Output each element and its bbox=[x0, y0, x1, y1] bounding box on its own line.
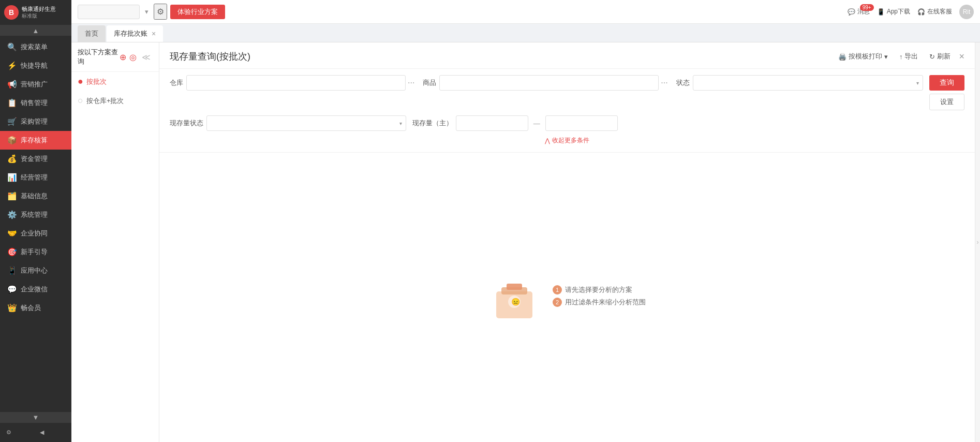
online-service-button[interactable]: 🎧 在线客服 bbox=[917, 7, 952, 16]
sidebar-item-appstore[interactable]: 📱 应用中心 bbox=[0, 261, 71, 280]
sidebar-item-label: 搜索菜单 bbox=[21, 42, 48, 52]
hint-number-2: 2 bbox=[553, 298, 562, 307]
warehouse-dots-button[interactable]: ··· bbox=[406, 78, 417, 87]
close-page-button[interactable]: × bbox=[959, 51, 964, 62]
app-title: 畅康通好生意 bbox=[22, 5, 56, 12]
sidebar-item-finance[interactable]: 💰 资金管理 bbox=[0, 150, 71, 168]
status-filter-label: 状态 bbox=[676, 78, 690, 87]
settings-button[interactable]: 设置 bbox=[929, 94, 964, 110]
sidebar-item-marketing[interactable]: 📢 营销推广 bbox=[0, 75, 71, 94]
scheme-item-by-warehouse-batch[interactable]: ○ 按仓库+批次 bbox=[71, 91, 159, 110]
messages-button[interactable]: 💬 消息 99+ bbox=[848, 7, 870, 16]
sidebar-item-member[interactable]: 👑 畅会员 bbox=[0, 299, 71, 317]
sidebar-item-search[interactable]: 🔍 搜索菜单 bbox=[0, 38, 71, 56]
refresh-button[interactable]: ↻ 刷新 bbox=[926, 50, 954, 63]
svg-rect-2 bbox=[507, 284, 522, 290]
app-download-button[interactable]: 📱 App下载 bbox=[877, 7, 910, 16]
print-chevron-icon: ▾ bbox=[884, 53, 888, 61]
sidebar: B 畅康通好生意 标准版 ▲ 🔍 搜索菜单 ⚡ 快捷导航 📢 营销推广 📋 销售 bbox=[0, 0, 71, 442]
left-panel-actions: ⊕ ◎ ≪ bbox=[120, 50, 153, 64]
messages-badge: 99+ bbox=[860, 4, 874, 11]
sidebar-item-label: 销售管理 bbox=[21, 98, 48, 108]
product-dots-button[interactable]: ··· bbox=[659, 78, 670, 87]
inventory-status-label: 现存量状态 bbox=[170, 119, 203, 128]
side-collapse-handle[interactable]: › bbox=[975, 42, 980, 442]
sidebar-item-label: 企业协同 bbox=[21, 229, 48, 238]
collapse-filter-button[interactable]: ⋀ 收起更多条件 bbox=[544, 135, 590, 146]
refresh-label: 刷新 bbox=[937, 52, 951, 61]
empty-svg: 😑 bbox=[488, 272, 540, 323]
sidebar-settings-button[interactable]: ⚙ bbox=[4, 427, 34, 438]
filter-area: 仓库 ··· 商品 ··· bbox=[159, 69, 975, 153]
message-icon: 💬 bbox=[848, 8, 855, 16]
settings-icon: ⚙ bbox=[6, 429, 11, 436]
tab-inventory-batch[interactable]: 库存批次账 × bbox=[107, 25, 163, 42]
sidebar-item-basic[interactable]: 🗂️ 基础信息 bbox=[0, 187, 71, 205]
enterprise-icon: 🤝 bbox=[7, 229, 17, 238]
side-collapse-icon: › bbox=[977, 239, 979, 246]
topbar-right: 💬 消息 99+ 📱 App下载 🎧 在线客服 Rit bbox=[848, 5, 974, 19]
gear-icon: ⚙ bbox=[157, 7, 164, 16]
topbar-search-input[interactable] bbox=[78, 5, 140, 19]
inventory-amount-max-input[interactable] bbox=[545, 115, 618, 131]
quick-nav-icon: ⚡ bbox=[7, 61, 17, 70]
product-filter-label: 商品 bbox=[423, 78, 436, 87]
trial-button[interactable]: 体验行业方案 bbox=[170, 5, 225, 19]
sidebar-item-inventory[interactable]: 📦 库存核算 bbox=[0, 131, 71, 150]
topbar-settings-button[interactable]: ⚙ bbox=[154, 4, 167, 20]
export-button[interactable]: ↑ 导出 bbox=[896, 50, 922, 63]
warehouse-filter-label: 仓库 bbox=[170, 78, 183, 87]
basic-icon: 🗂️ bbox=[7, 191, 17, 201]
scheme-label: 按仓库+批次 bbox=[86, 96, 124, 106]
collapse-filter-label: 收起更多条件 bbox=[552, 136, 589, 145]
left-panel-title: 按以下方案查询 bbox=[78, 48, 120, 66]
marketing-icon: 📢 bbox=[7, 80, 17, 89]
empty-hints: 1 请先选择要分析的方案 2 用过滤条件来缩小分析范围 bbox=[553, 285, 646, 310]
status-filter-select[interactable] bbox=[693, 75, 923, 91]
sidebar-item-label: 库存核算 bbox=[21, 136, 48, 145]
sidebar-item-purchase[interactable]: 🛒 采购管理 bbox=[0, 112, 71, 131]
query-button[interactable]: 查询 bbox=[929, 75, 964, 91]
sidebar-item-operations[interactable]: 📊 经营管理 bbox=[0, 168, 71, 187]
tab-home[interactable]: 首页 bbox=[78, 25, 106, 42]
sidebar-item-label: 营销推广 bbox=[21, 80, 48, 89]
inventory-icon: 📦 bbox=[7, 136, 17, 145]
user-avatar[interactable]: Rit bbox=[959, 5, 974, 19]
scheme-item-by-batch[interactable]: ● 按批次 bbox=[71, 72, 159, 91]
sidebar-collapse-button[interactable]: ◀ bbox=[38, 427, 67, 438]
print-button[interactable]: 🖨️ 按模板打印 ▾ bbox=[835, 50, 891, 63]
app-logo: B bbox=[4, 5, 19, 20]
scheme-active-icon: ● bbox=[78, 76, 83, 87]
panel-collapse-button[interactable]: ≪ bbox=[140, 50, 153, 64]
sidebar-item-label: 畅会员 bbox=[21, 303, 41, 313]
sales-icon: 📋 bbox=[7, 98, 17, 108]
sidebar-scroll-up[interactable]: ▲ bbox=[0, 25, 71, 36]
left-panel-items: ● 按批次 ○ 按仓库+批次 bbox=[71, 72, 159, 442]
inventory-status-select[interactable] bbox=[206, 115, 406, 131]
add-scheme-button[interactable]: ⊕ bbox=[120, 50, 126, 64]
inventory-amount-min-input[interactable] bbox=[456, 115, 528, 131]
page-header: 现存量查询(按批次) 🖨️ 按模板打印 ▾ ↑ 导出 ↻ bbox=[159, 42, 975, 69]
sidebar-item-enterprise[interactable]: 🤝 企业协同 bbox=[0, 224, 71, 243]
sidebar-scroll-down[interactable]: ▼ bbox=[0, 412, 71, 422]
wechat-icon: 💬 bbox=[7, 285, 17, 294]
sidebar-item-sales[interactable]: 📋 销售管理 bbox=[0, 94, 71, 112]
topbar-chevron-icon[interactable]: ▾ bbox=[143, 8, 151, 16]
topbar: ▾ ⚙ 体验行业方案 💬 消息 99+ 📱 App下载 🎧 在线 bbox=[71, 0, 980, 24]
scheme-settings-button[interactable]: ◎ bbox=[129, 50, 137, 64]
sidebar-item-label: 资金管理 bbox=[21, 154, 48, 164]
search-icon: 🔍 bbox=[7, 42, 17, 52]
tab-close-icon[interactable]: × bbox=[152, 30, 156, 38]
sidebar-item-label: 应用中心 bbox=[21, 266, 48, 275]
warehouse-filter-input[interactable] bbox=[186, 75, 406, 91]
empty-illustration: 😑 bbox=[488, 272, 540, 323]
right-content: 现存量查询(按批次) 🖨️ 按模板打印 ▾ ↑ 导出 ↻ bbox=[159, 42, 975, 442]
sidebar-item-quick-nav[interactable]: ⚡ 快捷导航 bbox=[0, 56, 71, 75]
sidebar-item-wechat[interactable]: 💬 企业微信 bbox=[0, 280, 71, 299]
app-download-label: App下载 bbox=[887, 7, 910, 16]
product-filter-input[interactable] bbox=[439, 75, 659, 91]
app-info: 畅康通好生意 标准版 bbox=[22, 5, 56, 20]
sidebar-item-newbie[interactable]: 🎯 新手引导 bbox=[0, 243, 71, 261]
sidebar-item-label: 经营管理 bbox=[21, 173, 48, 182]
sidebar-item-system[interactable]: ⚙️ 系统管理 bbox=[0, 205, 71, 224]
